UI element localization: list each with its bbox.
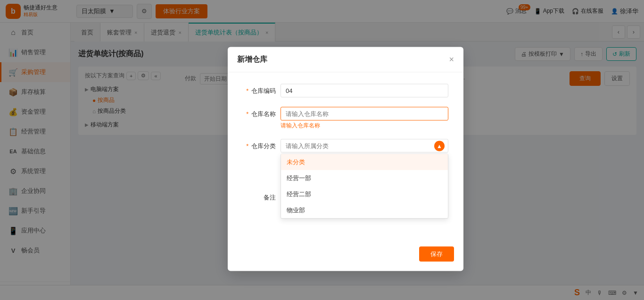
dropdown-item-property[interactable]: 物业部 bbox=[281, 202, 448, 218]
code-input[interactable] bbox=[281, 84, 448, 98]
dropdown-item-ops2[interactable]: 经营二部 bbox=[281, 186, 448, 202]
modal-footer: 保存 bbox=[228, 241, 463, 271]
modal-close-btn[interactable]: × bbox=[449, 55, 454, 65]
required-star-cat: * bbox=[246, 142, 248, 150]
form-row-category: * 仓库分类 ▲ 未分类 经营一部 经营二部 物业部 bbox=[243, 139, 448, 153]
dropdown-item-ops1[interactable]: 经营一部 bbox=[281, 170, 448, 186]
name-error-msg: 请输入仓库名称 bbox=[281, 122, 448, 130]
dropdown-item-uncategorized[interactable]: 未分类 bbox=[281, 154, 448, 170]
required-star: * bbox=[246, 87, 248, 94]
modal-title: 新增仓库 bbox=[237, 55, 267, 65]
category-dropdown: 未分类 经营一部 经营二部 物业部 bbox=[281, 154, 448, 219]
name-field: 请输入仓库名称 bbox=[281, 107, 448, 130]
category-label: * 仓库分类 bbox=[243, 139, 281, 150]
required-star-name: * bbox=[246, 110, 248, 117]
modal-header: 新增仓库 × bbox=[228, 47, 463, 73]
category-field: ▲ 未分类 经营一部 经营二部 物业部 bbox=[281, 139, 448, 153]
code-label: * 仓库编码 bbox=[243, 84, 281, 95]
category-input-wrapper: ▲ bbox=[281, 139, 448, 153]
add-warehouse-modal: 新增仓库 × * 仓库编码 * 仓库名称 请输入仓库名称 bbox=[228, 47, 463, 271]
category-toggle-btn[interactable]: ▲ bbox=[434, 141, 445, 151]
form-row-code: * 仓库编码 bbox=[243, 84, 448, 98]
chevron-up-icon: ▲ bbox=[437, 142, 442, 149]
category-input[interactable] bbox=[281, 139, 448, 153]
name-input[interactable] bbox=[281, 107, 448, 121]
modal-body: * 仓库编码 * 仓库名称 请输入仓库名称 * 仓库分类 bbox=[228, 73, 463, 241]
code-field bbox=[281, 84, 448, 98]
remark-label: 备注 bbox=[243, 191, 281, 202]
name-label: * 仓库名称 bbox=[243, 107, 281, 118]
form-row-name: * 仓库名称 请输入仓库名称 bbox=[243, 107, 448, 130]
save-button[interactable]: 保存 bbox=[419, 247, 454, 262]
